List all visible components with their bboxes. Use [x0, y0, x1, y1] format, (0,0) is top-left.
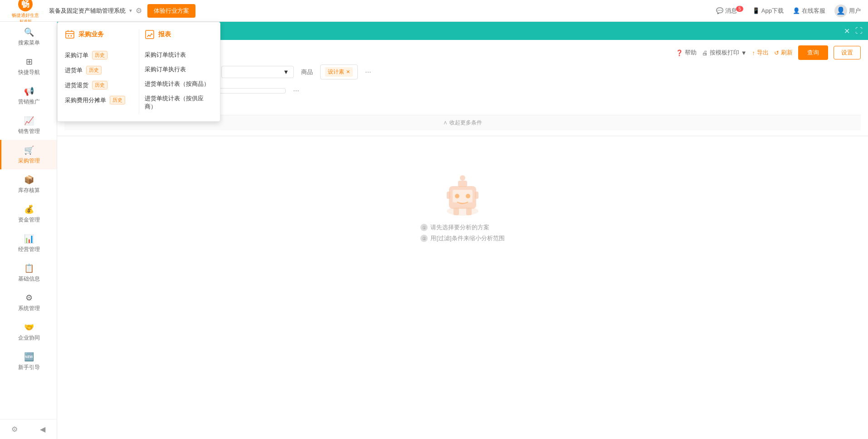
report-item-采购订单执行表[interactable]: 采购订单执行表 — [145, 62, 213, 77]
sidebar-icon-quick-nav: ⊞ — [26, 57, 33, 67]
purchase-column: 采购业务 采购订单 历史 进货单 历史 进货退货 历史 采购费用分摊单 历史 — [65, 30, 133, 114]
logo-area: 畅 畅捷通好生意 标准版 — [7, 0, 44, 25]
report-col-title: 报表 — [145, 30, 213, 42]
purchase-item-采购订单[interactable]: 采购订单 历史 — [65, 48, 133, 63]
goods-dots[interactable]: ··· — [365, 68, 371, 76]
report-item-进货单统计表（按供应商）[interactable]: 进货单统计表（按供应商） — [145, 91, 213, 114]
export-button[interactable]: ↑ 导出 — [752, 49, 769, 57]
empty-hint-1: ① 请先选择要分析的方案 — [420, 223, 504, 232]
purchase-item-进货退货[interactable]: 进货退货 历史 — [65, 78, 133, 93]
online-service-button[interactable]: 👤 在线客服 — [793, 7, 825, 15]
history-badge: 历史 — [92, 51, 107, 59]
refresh-icon: ↺ — [774, 49, 779, 56]
sidebar-icon-search: 🔍 — [24, 27, 34, 37]
sidebar-item-finance[interactable]: 💰 资金管理 — [0, 199, 57, 228]
sidebar-item-guide[interactable]: 🆕 新手引导 — [0, 346, 57, 376]
hint-1-text: 请先选择要分析的方案 — [430, 223, 489, 232]
purchase-items-list: 采购订单 历史 进货单 历史 进货退货 历史 采购费用分摊单 历史 — [65, 48, 133, 108]
tab-close-all-icon[interactable]: ✕ — [842, 25, 852, 37]
notification-badge: 5 — [736, 6, 743, 12]
goods-input[interactable]: 设计素 ✕ — [320, 64, 358, 79]
salesman-dots[interactable]: ··· — [293, 87, 299, 95]
sidebar-item-operation[interactable]: 📊 经营管理 — [0, 228, 57, 258]
history-badge: 历史 — [86, 66, 102, 74]
goods-label: 商品 — [301, 68, 313, 76]
hint-2-text: 用[过滤]条件来缩小分析范围 — [430, 234, 504, 242]
sidebar-item-marketing[interactable]: 📢 营销推广 — [0, 81, 57, 110]
industry-button[interactable]: 体验行业方案 — [147, 4, 195, 18]
svg-point-2 — [71, 35, 72, 37]
sidebar-bottom: ⚙ ◀ — [0, 419, 57, 439]
print-button[interactable]: 🖨 按模板打印 ▼ — [702, 49, 747, 57]
phone-icon: 📱 — [752, 7, 760, 14]
sidebar-item-quick-nav[interactable]: ⊞ 快捷导航 — [0, 51, 57, 81]
purchase-col-title: 采购业务 — [65, 30, 133, 42]
sidebar-item-basic[interactable]: 📋 基础信息 — [0, 258, 57, 287]
top-bar: 畅 畅捷通好生意 标准版 装备及固定资产辅助管理系统 ▼ ⚙ 体验行业方案 💬 … — [0, 0, 868, 22]
system-title-dropdown-arrow[interactable]: ▼ — [128, 8, 133, 13]
app-download-button[interactable]: 📱 App下载 — [752, 7, 784, 15]
svg-point-8 — [466, 194, 470, 198]
sidebar-items: 🔍 搜索菜单 ⊞ 快捷导航 📢 营销推广 📈 销售管理 🛒 采购管理 📦 库存核… — [0, 22, 57, 376]
settings-gear-icon[interactable]: ⚙ — [136, 6, 142, 15]
report-column: 报表 采购订单统计表采购订单执行表进货单统计表（按商品）进货单统计表（按供应商） — [145, 30, 213, 114]
sidebar-icon-system: ⚙ — [25, 293, 33, 303]
sidebar-item-purchase[interactable]: 🛒 采购管理 — [0, 140, 57, 169]
sidebar-item-search[interactable]: 🔍 搜索菜单 — [0, 22, 57, 51]
sidebar-label-operation: 经营管理 — [18, 246, 40, 253]
sidebar-icon-marketing: 📢 — [24, 86, 34, 96]
tab-expand-icon[interactable]: ⛶ — [853, 25, 864, 37]
logo-text: 畅捷通好生意 — [12, 12, 39, 19]
purchase-item-进货单[interactable]: 进货单 历史 — [65, 63, 133, 78]
user-button[interactable]: 👤 用户 — [834, 5, 861, 17]
sidebar-label-purchase: 采购管理 — [18, 157, 40, 165]
svg-rect-12 — [466, 208, 472, 215]
settings-button[interactable]: 设置 — [834, 46, 861, 59]
query-button[interactable]: 查询 — [798, 45, 828, 60]
sidebar-icon-purchase: 🛒 — [24, 145, 34, 155]
salesman-dropdown[interactable] — [213, 88, 286, 94]
svg-rect-0 — [66, 31, 74, 38]
history-badge: 历史 — [110, 96, 125, 104]
sidebar-icon-cooperation: 🤝 — [24, 322, 34, 332]
sidebar-icon-inventory: 📦 — [24, 175, 34, 185]
sidebar-label-quick-nav: 快捷导航 — [18, 69, 40, 76]
message-button[interactable]: 💬 消息 5 — [716, 7, 743, 15]
sidebar-label-search: 搜索菜单 — [18, 39, 40, 47]
sidebar-settings-icon[interactable]: ⚙ — [11, 425, 18, 434]
sidebar-label-guide: 新手引导 — [18, 364, 40, 371]
sidebar-collapse-icon[interactable]: ◀ — [40, 425, 45, 434]
sidebar-item-sales[interactable]: 📈 销售管理 — [0, 110, 57, 140]
sidebar-label-finance: 资金管理 — [18, 216, 40, 224]
print-dropdown-arrow[interactable]: ▼ — [741, 49, 747, 56]
report-item-采购订单统计表[interactable]: 采购订单统计表 — [145, 48, 213, 62]
sidebar: 🔍 搜索菜单 ⊞ 快捷导航 📢 营销推广 📈 销售管理 🛒 采购管理 📦 库存核… — [0, 22, 57, 439]
goods-tag-close[interactable]: ✕ — [346, 69, 350, 75]
dropdown-divider — [139, 30, 139, 114]
export-icon: ↑ — [752, 49, 756, 56]
report-item-进货单统计表（按商品）[interactable]: 进货单统计表（按商品） — [145, 77, 213, 91]
sidebar-label-marketing: 营销推广 — [18, 98, 40, 106]
svg-rect-13 — [458, 181, 467, 187]
sidebar-item-cooperation[interactable]: 🤝 企业协同 — [0, 317, 57, 346]
purchase-item-采购费用分摊单[interactable]: 采购费用分摊单 历史 — [65, 93, 133, 108]
svg-rect-9 — [447, 192, 450, 199]
refresh-button[interactable]: ↺ 刷新 — [774, 49, 793, 57]
hint-2-bullet: ② — [420, 235, 428, 242]
tab-bar-right: ✕ ⛶ — [842, 25, 868, 37]
sidebar-item-system[interactable]: ⚙ 系统管理 — [0, 287, 57, 317]
svg-point-1 — [68, 35, 69, 37]
sidebar-icon-sales: 📈 — [24, 116, 34, 126]
top-bar-right: 💬 消息 5 📱 App下载 👤 在线客服 👤 用户 — [716, 5, 861, 17]
svg-rect-11 — [454, 208, 459, 215]
sidebar-icon-basic: 📋 — [24, 263, 34, 273]
help-button[interactable]: ❓ 帮助 — [676, 49, 697, 57]
history-badge: 历史 — [92, 81, 107, 89]
sidebar-item-inventory[interactable]: 📦 库存核算 — [0, 169, 57, 199]
svg-point-7 — [455, 194, 459, 198]
purchase-dropdown-menu: 采购业务 采购订单 历史 进货单 历史 进货退货 历史 采购费用分摊单 历史 报… — [57, 22, 220, 122]
svg-point-14 — [460, 175, 465, 181]
doc-status-dropdown[interactable]: ▼ — [221, 66, 294, 78]
system-title-area: 装备及固定资产辅助管理系统 ▼ ⚙ — [49, 6, 142, 15]
sidebar-label-cooperation: 企业协同 — [18, 334, 40, 342]
